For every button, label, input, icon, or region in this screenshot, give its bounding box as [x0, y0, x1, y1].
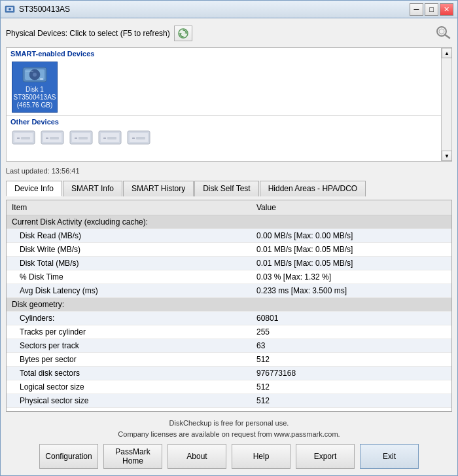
tab-smart-history[interactable]: SMART History — [123, 181, 194, 196]
search-icon — [434, 25, 452, 43]
close-button[interactable]: ✕ — [440, 3, 453, 16]
scroll-track — [442, 58, 451, 151]
tab-device-info[interactable]: Device Info — [6, 181, 62, 196]
cell-value: 60801 — [251, 312, 451, 325]
footer-line1: DiskCheckup is free for personal use. — [6, 418, 452, 429]
device-panel: ▲ ▼ SMART-enabled Devices Disk 1 ST35004… — [6, 47, 452, 162]
maximize-button[interactable]: □ — [425, 3, 438, 16]
table-row: Disk Write (MB/s)0.01 MB/s [Max: 0.05 MB… — [7, 243, 451, 257]
cell-item: Media rotation rate — [7, 408, 251, 412]
device-scrollbar[interactable]: ▲ ▼ — [441, 48, 451, 161]
device-info-table: Item Value Current Disk Activity (exclud… — [7, 200, 451, 411]
svg-line-8 — [445, 35, 449, 38]
content-area: Item Value Current Disk Activity (exclud… — [6, 200, 452, 412]
table-row: Current Disk Activity (excluding cache): — [7, 215, 451, 229]
cell-item: % Disk Time — [7, 270, 251, 284]
table-row: Avg Disk Latency (ms)0.233 ms [Max: 3.50… — [7, 284, 451, 298]
cell-item: Total disk sectors — [7, 367, 251, 380]
disk-1-item[interactable]: Disk 1 ST3500413AS (465.76 GB) — [12, 62, 58, 113]
cell-item: Cylinders: — [7, 312, 251, 325]
svg-rect-22 — [46, 137, 48, 139]
other-devices-row — [7, 127, 451, 148]
cell-item: Disk Read (MB/s) — [7, 229, 251, 243]
tab-hidden-areas[interactable]: Hidden Areas - HPA/DCO — [260, 181, 366, 196]
cell-value: 512 — [251, 380, 451, 394]
table-row: Tracks per cylinder255 — [7, 325, 451, 339]
scroll-up-arrow[interactable]: ▲ — [442, 48, 452, 58]
svg-rect-23 — [50, 137, 59, 139]
cell-value: 0.01 MB/s [Max: 0.05 MB/s] — [251, 243, 451, 257]
table-row: Media rotation rate7200 RPM — [7, 408, 451, 412]
cell-item: Avg Disk Latency (ms) — [7, 284, 251, 298]
refresh-icon — [177, 27, 189, 39]
optical-drive-1-icon — [12, 128, 35, 147]
footer-line2: Company licenses are available on reques… — [6, 429, 452, 440]
table-row: % Disk Time0.03 % [Max: 1.32 %] — [7, 270, 451, 284]
scroll-down-arrow[interactable]: ▼ — [442, 151, 452, 161]
cell-item: Sectors per track — [7, 339, 251, 353]
app-icon — [5, 4, 15, 14]
footer-buttons: Configuration PassMark Home About Help E… — [6, 441, 452, 470]
configuration-button[interactable]: Configuration — [39, 444, 98, 469]
col-header-item: Item — [7, 200, 251, 215]
table-row: Logical sector size512 — [7, 380, 451, 394]
disk-1-label: Disk 1 ST3500413AS (465.76 GB) — [13, 86, 56, 109]
col-header-value: Value — [251, 200, 451, 215]
tab-disk-self-test[interactable]: Disk Self Test — [194, 181, 258, 196]
passmark-home-button[interactable]: PassMark Home — [103, 444, 162, 469]
svg-rect-14 — [40, 78, 43, 80]
exit-button[interactable]: Exit — [360, 444, 419, 469]
last-updated: Last updated: 13:56:41 — [6, 166, 452, 176]
table-row: Disk geometry: — [7, 298, 451, 312]
svg-rect-31 — [107, 137, 116, 139]
svg-rect-34 — [132, 137, 135, 139]
tab-smart-info[interactable]: SMART Info — [63, 181, 122, 196]
other-devices-section: Other Devices — [7, 115, 451, 148]
help-button[interactable]: Help — [232, 444, 291, 469]
title-text: ST3500413AS — [19, 5, 70, 14]
title-bar: ST3500413AS ─ □ ✕ — [0, 0, 458, 18]
svg-rect-18 — [17, 137, 20, 139]
cell-item: Disk Write (MB/s) — [7, 243, 251, 257]
toolbar-left: Physical Devices: Click to select (F5 to… — [6, 26, 192, 41]
cell-value: 63 — [251, 339, 451, 353]
about-button[interactable]: About — [167, 444, 226, 469]
footer-text: DiskCheckup is free for personal use. Co… — [6, 416, 452, 441]
title-buttons: ─ □ ✕ — [410, 3, 453, 16]
cell-item: Logical sector size — [7, 380, 251, 394]
svg-rect-19 — [21, 137, 30, 139]
refresh-button[interactable] — [174, 26, 192, 41]
cell-value: 512 — [251, 394, 451, 408]
smart-devices: Disk 1 ST3500413AS (465.76 GB) — [7, 59, 451, 115]
svg-rect-15 — [26, 71, 33, 72]
table-scroll-wrapper[interactable]: Item Value Current Disk Activity (exclud… — [7, 200, 451, 411]
table-row: Physical sector size512 — [7, 394, 451, 408]
svg-rect-35 — [136, 137, 145, 139]
table-row: Total disk sectors976773168 — [7, 367, 451, 380]
footer: DiskCheckup is free for personal use. Co… — [6, 416, 452, 470]
cell-item: Bytes per sector — [7, 353, 251, 367]
table-header-row: Item Value — [7, 200, 451, 215]
cell-value: 7200 RPM — [251, 408, 451, 412]
table-row: Bytes per sector512 — [7, 353, 451, 367]
export-button[interactable]: Export — [296, 444, 355, 469]
minimize-button[interactable]: ─ — [410, 3, 423, 16]
optical-drive-3-icon — [69, 128, 93, 147]
cell-value: 976773168 — [251, 367, 451, 380]
cell-value: 255 — [251, 325, 451, 339]
table-row: Disk Read (MB/s)0.00 MB/s [Max: 0.00 MB/… — [7, 229, 451, 243]
svg-point-13 — [33, 73, 37, 77]
smart-section-label: SMART-enabled Devices — [7, 48, 451, 59]
disk-1-icon — [22, 65, 48, 84]
svg-rect-27 — [79, 137, 88, 139]
table-row: Sectors per track63 — [7, 339, 451, 353]
main-window: Physical Devices: Click to select (F5 to… — [0, 18, 458, 476]
table-row: Disk Total (MB/s)0.01 MB/s [Max: 0.05 MB… — [7, 257, 451, 270]
toolbar: Physical Devices: Click to select (F5 to… — [6, 24, 452, 43]
cell-value: 0.03 % [Max: 1.32 %] — [251, 270, 451, 284]
optical-drive-5-icon — [127, 128, 150, 147]
optical-drive-2-icon — [41, 128, 64, 147]
physical-devices-label: Physical Devices: Click to select (F5 to… — [6, 29, 170, 38]
svg-rect-30 — [103, 137, 106, 139]
other-devices-label: Other Devices — [7, 116, 451, 127]
